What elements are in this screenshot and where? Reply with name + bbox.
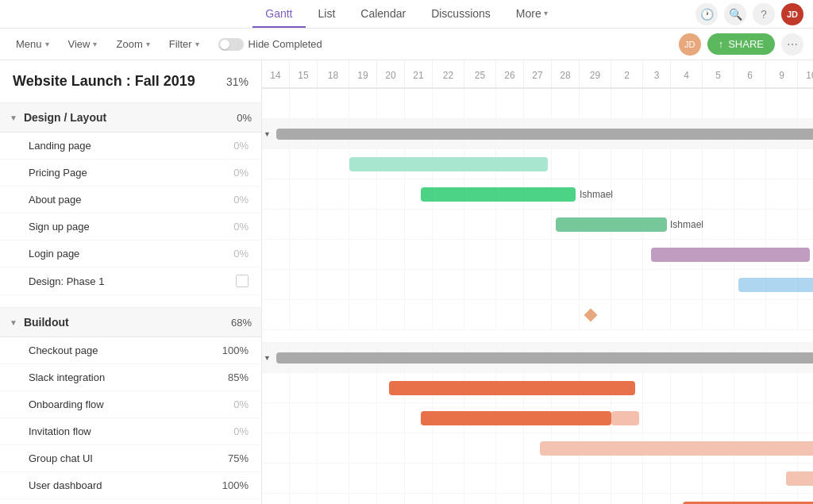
bar-login-page [738, 278, 813, 292]
user-avatar-small[interactable]: JD [679, 33, 701, 56]
bar-pricing-page [421, 187, 576, 202]
task-percent: 100% [222, 344, 249, 356]
more-options-icon[interactable]: ⋯ [781, 33, 803, 56]
project-percent: 31% [226, 75, 249, 88]
task-onboarding-flow[interactable]: Onboarding flow 0% [0, 391, 261, 418]
task-invitation-flow[interactable]: Invitation flow 0% [0, 418, 261, 445]
task-percent: 75% [228, 452, 249, 464]
task-percent: 0% [233, 194, 249, 206]
more-label: More [516, 7, 541, 20]
task-name: Design: Phase 1 [29, 275, 104, 287]
task-slack-integration[interactable]: Slack integration 85% [0, 364, 261, 391]
filter-chevron-icon: ▾ [195, 40, 199, 48]
filter-label: Filter [169, 38, 192, 50]
col-25: 25 [464, 60, 496, 87]
nav-icons: 🕐 🔍 ? JD [695, 3, 803, 25]
toggle-switch[interactable] [218, 38, 244, 51]
share-button[interactable]: ↑ SHARE [707, 33, 775, 55]
zoom-button[interactable]: Zoom ▾ [110, 35, 156, 53]
col-20: 20 [377, 60, 405, 87]
gantt-row-design-phase1 [262, 300, 813, 330]
tab-list[interactable]: List [306, 1, 349, 28]
col-28: 28 [552, 60, 580, 87]
task-name: User dashboard [29, 479, 102, 491]
main-container: Website Launch : Fall 2019 31% ▼ Design … [0, 60, 813, 504]
group-left: ▼ Buildout [10, 316, 69, 329]
group-left: ▼ Design / Layout [10, 111, 106, 124]
gantt-row-buildout-group: ▼ [262, 343, 813, 373]
col-27: 27 [524, 60, 552, 87]
task-user-dashboard[interactable]: User dashboard 100% [0, 472, 261, 499]
gantt-rows: ▼ [262, 89, 813, 504]
label-ishmael-2: Ishmael [670, 219, 703, 230]
clock-icon[interactable]: 🕐 [695, 3, 718, 25]
col-19: 19 [349, 60, 377, 87]
help-icon[interactable]: ? [753, 3, 775, 25]
bar-invitation-flow [786, 471, 813, 486]
tab-discussions[interactable]: Discussions [418, 1, 503, 28]
menu-label: Menu [16, 38, 42, 50]
task-about-page[interactable]: About page 0% [0, 187, 261, 214]
gantt-row-login-page [262, 270, 813, 300]
tab-more[interactable]: More ▾ [503, 1, 561, 28]
toolbar-right: JD ↑ SHARE ⋯ [679, 33, 803, 56]
group-percent: 0% [237, 112, 252, 124]
group-percent: 68% [231, 317, 252, 329]
project-title: Website Launch : Fall 2019 [13, 73, 195, 90]
task-name: Sign up page [29, 221, 90, 233]
bar-design-group [276, 129, 813, 140]
tab-gantt[interactable]: Gantt [252, 1, 305, 28]
col-21: 21 [405, 60, 433, 87]
gantt-row-about-page: Ishmael [262, 210, 813, 240]
gantt-row-signup-page [262, 240, 813, 270]
task-signup-page[interactable]: Sign up page 0% [0, 214, 261, 240]
task-checkout-page[interactable]: Checkout page 100% [0, 337, 261, 364]
bar-onboarding-flow [540, 441, 813, 456]
filter-button[interactable]: Filter ▾ [163, 35, 206, 53]
collapse-triangle-icon: ▼ [10, 318, 17, 327]
gantt-row-checkout-page [262, 373, 813, 403]
task-design-phase1[interactable]: Design: Phase 1 [0, 267, 261, 295]
gantt-panel[interactable]: 14 15 18 19 20 21 22 25 26 27 28 29 2 3 … [262, 60, 813, 504]
task-percent: 100% [222, 479, 249, 491]
col-5: 5 [703, 60, 734, 87]
task-name: Invitation flow [29, 425, 91, 437]
task-pricing-page[interactable]: Pricing Page 0% [0, 160, 261, 187]
group-design-layout[interactable]: ▼ Design / Layout 0% [0, 103, 261, 133]
search-icon[interactable]: 🔍 [724, 3, 746, 25]
collapse-arrow-buildout-icon: ▼ [264, 354, 271, 362]
gantt-row-project [262, 89, 813, 119]
task-percent: 0% [233, 248, 249, 260]
gantt-row-onboarding-flow [262, 433, 813, 464]
col-10: 10 [798, 60, 813, 87]
bar-buildout-group [276, 352, 813, 364]
col-3: 3 [643, 60, 671, 87]
gantt-header: 14 15 18 19 20 21 22 25 26 27 28 29 2 3 … [262, 60, 813, 89]
task-name: About page [29, 194, 82, 206]
hide-completed-label: Hide Completed [249, 38, 322, 50]
task-name: Group chat UI [29, 452, 93, 464]
col-18: 18 [318, 60, 349, 87]
chevron-down-icon: ▾ [544, 9, 548, 17]
col-2: 2 [611, 60, 643, 87]
col-22: 22 [433, 60, 464, 87]
view-label: View [68, 38, 91, 50]
col-4: 4 [671, 60, 703, 87]
task-landing-page[interactable]: Landing page 0% [0, 133, 261, 160]
task-login-page[interactable]: Login page 0% [0, 240, 261, 267]
gantt-row-landing-page [262, 149, 813, 179]
task-name: Login page [29, 248, 79, 260]
group-buildout[interactable]: ▼ Buildout 68% [0, 308, 261, 337]
menu-button[interactable]: Menu ▾ [10, 35, 56, 53]
view-button[interactable]: View ▾ [62, 35, 104, 53]
user-avatar[interactable]: JD [781, 3, 803, 25]
zoom-label: Zoom [116, 38, 142, 50]
gantt-row-pricing-page: Ishmael [262, 179, 813, 210]
hide-completed-toggle[interactable]: Hide Completed [218, 38, 322, 51]
col-15: 15 [290, 60, 318, 87]
col-26: 26 [496, 60, 524, 87]
task-group-chat-ui[interactable]: Group chat UI 75% [0, 445, 261, 472]
tab-calendar[interactable]: Calendar [348, 1, 418, 28]
left-panel: Website Launch : Fall 2019 31% ▼ Design … [0, 60, 262, 504]
milestone-checkbox[interactable] [236, 275, 249, 287]
